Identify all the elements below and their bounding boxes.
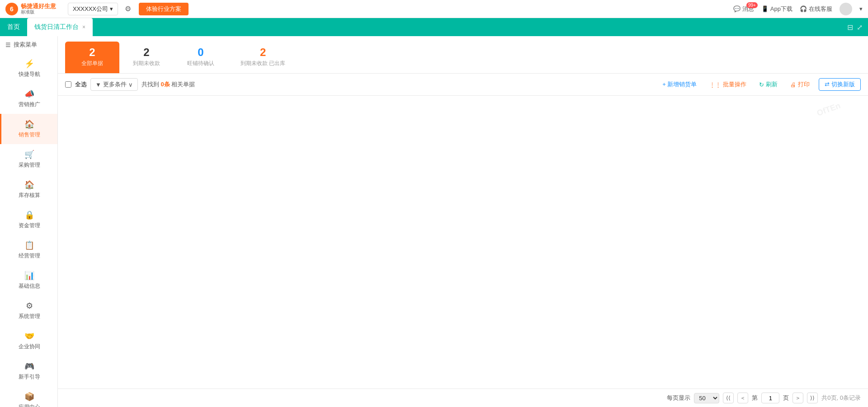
tab-active[interactable]: 钱货日清工作台 × xyxy=(27,18,93,36)
refresh-button[interactable]: ↻ 刷新 xyxy=(755,79,781,90)
stat-all-num: 2 xyxy=(89,46,95,59)
filter-button[interactable]: ▼ 更多条件 ∨ xyxy=(90,78,138,91)
sidebar-item-operations[interactable]: 📋 经营管理 xyxy=(0,235,57,265)
print-icon: 🖨 xyxy=(790,81,796,88)
marketing-icon: 📣 xyxy=(24,89,34,99)
sidebar-item-app-center[interactable]: 📦 应用中心 xyxy=(0,386,57,407)
user-name-area[interactable]: ▾ xyxy=(859,5,863,12)
page-label: 第 xyxy=(752,394,758,402)
sidebar-item-sales[interactable]: 🏠 销售管理 xyxy=(0,114,57,144)
tab-expand-icon[interactable]: ⤢ xyxy=(857,23,863,32)
sidebar-item-label: 经营管理 xyxy=(19,252,40,260)
sidebar-item-label: 营销推广 xyxy=(19,101,40,108)
sidebar-item-label: 新手引导 xyxy=(19,373,40,381)
home-tab-label: 首页 xyxy=(7,23,20,31)
next-page-button[interactable]: ＞ xyxy=(793,393,803,403)
sidebar-item-marketing[interactable]: 📣 营销推广 xyxy=(0,84,57,114)
user-avatar[interactable] xyxy=(840,3,852,15)
sidebar-item-enterprise[interactable]: 🤝 企业协同 xyxy=(0,326,57,356)
sidebar-item-label: 系统管理 xyxy=(19,313,40,320)
toolbar-left: 全选 ▼ 更多条件 ∨ 共找到 0条 相关单据 xyxy=(65,78,653,91)
messages-button[interactable]: 💬 消息 99+ xyxy=(733,5,754,13)
settings-button[interactable]: ⚙ xyxy=(122,3,134,15)
sidebar-item-basic-info[interactable]: 📊 基础信息 xyxy=(0,265,57,295)
stat-tab-pending[interactable]: 0 旺铺待确认 xyxy=(174,42,228,73)
toolbar-right: + 新增销货单 ⋮⋮ 批量操作 ↻ 刷新 🖨 打印 ⇄ 切换新版 xyxy=(657,78,861,91)
sidebar-item-guide[interactable]: 🎮 新手引导 xyxy=(0,356,57,386)
online-service-label: 在线客服 xyxy=(809,5,832,13)
batch-button[interactable]: ⋮⋮ 批量操作 xyxy=(706,79,750,90)
sidebar: ☰ 搜索菜单 ⚡ 快捷导航 📣 营销推广 🏠 销售管理 🛒 采购管理 🏠 库存核… xyxy=(0,36,58,407)
inventory-icon: 🏠 xyxy=(24,180,34,190)
chevron-down-icon: ▾ xyxy=(859,5,863,12)
found-text: 共找到 0条 相关单据 xyxy=(142,80,195,89)
per-page-label: 每页显示 xyxy=(667,394,690,402)
online-service-button[interactable]: 🎧 在线客服 xyxy=(800,5,832,13)
sidebar-item-quick-nav[interactable]: ⚡ 快捷导航 xyxy=(0,53,57,84)
system-icon: ⚙ xyxy=(26,301,33,311)
last-page-button[interactable]: ⟩⟩ xyxy=(807,393,818,403)
batch-icon: ⋮⋮ xyxy=(709,81,721,88)
sidebar-item-label: 基础信息 xyxy=(19,282,40,290)
stat-tab-all[interactable]: 2 全部单据 xyxy=(65,42,119,73)
search-menu-item[interactable]: ☰ 搜索菜单 xyxy=(0,36,57,53)
tab-minimize-icon[interactable]: ⊟ xyxy=(847,23,853,32)
print-button[interactable]: 🖨 打印 xyxy=(787,79,813,90)
first-page-button[interactable]: ⟨⟨ xyxy=(723,393,734,403)
search-menu-label: 搜索菜单 xyxy=(14,41,37,49)
guide-icon: 🎮 xyxy=(24,361,34,371)
logo-icon: 6 xyxy=(5,3,18,15)
sidebar-item-purchase[interactable]: 🛒 采购管理 xyxy=(0,144,57,174)
tab-close-icon[interactable]: × xyxy=(82,24,85,30)
dropdown-arrow: ∨ xyxy=(128,81,133,88)
top-right-area: 💬 消息 99+ 📱 App下载 🎧 在线客服 ▾ xyxy=(733,3,863,15)
select-all-checkbox[interactable] xyxy=(65,81,71,88)
tab-bar-actions: ⊟ ⤢ xyxy=(847,23,868,32)
finance-icon: 🔒 xyxy=(24,210,34,220)
switch-version-button[interactable]: ⇄ 切换新版 xyxy=(819,78,861,91)
select-all-label: 全选 xyxy=(75,80,87,89)
toolbar: 全选 ▼ 更多条件 ∨ 共找到 0条 相关单据 + 新增销货单 xyxy=(58,74,868,96)
phone-icon: 📱 xyxy=(761,5,769,12)
prev-page-button[interactable]: ＜ xyxy=(737,393,748,403)
sidebar-item-label: 应用中心 xyxy=(19,403,40,407)
tab-home[interactable]: 首页 xyxy=(0,18,27,36)
sidebar-item-inventory[interactable]: 🏠 库存核算 xyxy=(0,174,57,205)
new-order-button[interactable]: + 新增销货单 xyxy=(657,79,700,90)
sidebar-item-label: 资金管理 xyxy=(19,222,40,229)
logo-sub: 标准版 xyxy=(21,9,56,15)
per-page-select[interactable]: 50 10 20 100 xyxy=(694,393,719,403)
stat-shipped-label: 到期未收款 已出库 xyxy=(241,60,285,67)
stat-shipped-num: 2 xyxy=(260,46,266,59)
app-download-button[interactable]: 📱 App下载 xyxy=(761,5,793,13)
top-bar: 6 畅捷通好生意 标准版 XXXXXX公司 ▾ ⚙ 体验行业方案 💬 消息 99… xyxy=(0,0,868,18)
footer-bar: 每页显示 50 10 20 100 ⟨⟨ ＜ 第 页 ＞ ⟩⟩ 共0页, 0条记… xyxy=(58,388,868,407)
app-download-label: App下载 xyxy=(770,5,793,13)
logo-text: 畅捷通好生意 标准版 xyxy=(21,3,56,15)
table-area: OfTEn xyxy=(58,96,868,388)
active-tab-label: 钱货日清工作台 xyxy=(34,23,79,31)
stat-pending-num: 0 xyxy=(198,46,203,59)
page-input[interactable] xyxy=(761,393,779,403)
sidebar-item-label: 快捷导航 xyxy=(19,70,40,78)
stat-all-label: 全部单据 xyxy=(81,60,103,67)
enterprise-icon: 🤝 xyxy=(24,331,34,341)
content-area: 2 全部单据 2 到期未收款 0 旺铺待确认 2 到期未收款 已出库 全选 xyxy=(58,36,868,407)
operations-icon: 📋 xyxy=(24,240,34,250)
watermark: OfTEn xyxy=(816,101,842,118)
filter-icon: ▼ xyxy=(95,81,101,88)
purchase-icon: 🛒 xyxy=(24,150,34,159)
app-center-icon: 📦 xyxy=(24,392,34,402)
sidebar-item-label: 采购管理 xyxy=(19,161,40,169)
message-icon: 💬 xyxy=(733,5,741,12)
stat-tab-overdue[interactable]: 2 到期未收款 xyxy=(119,42,174,73)
sidebar-item-label: 库存核算 xyxy=(19,192,40,199)
sidebar-item-system[interactable]: ⚙ 系统管理 xyxy=(0,295,57,326)
filter-label: 更多条件 xyxy=(103,80,127,89)
experience-button[interactable]: 体验行业方案 xyxy=(139,3,189,15)
total-info: 共0页, 0条记录 xyxy=(821,394,861,402)
dropdown-icon: ▾ xyxy=(110,5,113,12)
company-selector[interactable]: XXXXXX公司 ▾ xyxy=(68,3,118,15)
stat-tab-shipped[interactable]: 2 到期未收款 已出库 xyxy=(228,42,298,73)
sidebar-item-finance[interactable]: 🔒 资金管理 xyxy=(0,205,57,235)
